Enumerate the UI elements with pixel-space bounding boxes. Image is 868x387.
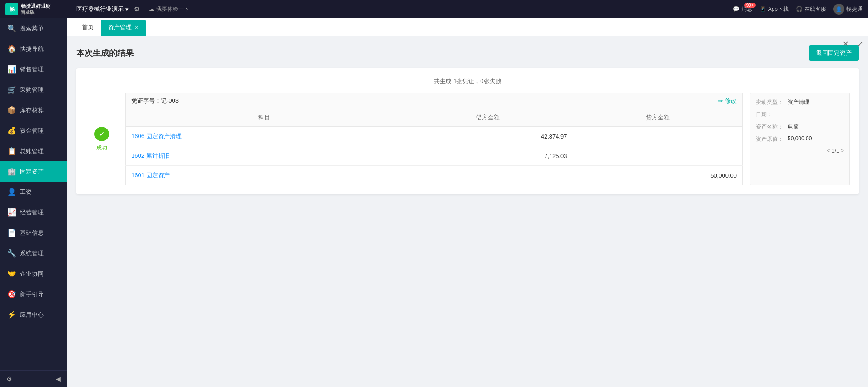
detail-panel: 变动类型： 资产清理 日期： 资产名称： 电脑 资产原值：: [750, 93, 850, 185]
main-layout: 🔍 搜索菜单 🏠 快捷导航 📊 销售管理 🛒 采购管理 📦 库存核算 💰 资金管…: [0, 18, 868, 387]
prev-page-button[interactable]: <: [827, 148, 830, 154]
messages-button[interactable]: 💬 消息 99+: [733, 5, 752, 13]
company-selector[interactable]: 医疗器械行业演示 ▾: [76, 5, 129, 13]
sidebar-collapse-icon[interactable]: ◀: [56, 375, 61, 382]
experience-button[interactable]: ☁ 我要体验一下: [149, 5, 189, 13]
sidebar-label-payroll: 工资: [20, 188, 32, 196]
user-info[interactable]: 👤 畅捷通: [833, 4, 863, 15]
change-type-label: 变动类型：: [756, 99, 788, 106]
search-icon: 🔍: [7, 24, 15, 33]
sidebar-item-finance[interactable]: 💰 资金管理: [0, 120, 67, 141]
avatar: 👤: [833, 4, 844, 15]
logo-title: 畅捷通好业财: [21, 3, 51, 9]
cloud-icon: ☁: [149, 6, 154, 12]
voucher-header: 凭证字号：记-003 ✏ 修改: [125, 93, 743, 109]
close-button[interactable]: ✕: [839, 37, 852, 50]
sidebar-label-sales: 销售管理: [20, 65, 44, 74]
sidebar-item-guide[interactable]: 🎯 新手引导: [0, 284, 67, 304]
sidebar-item-quick-nav[interactable]: 🏠 快捷导航: [0, 39, 67, 59]
success-text: 成功: [96, 144, 107, 152]
sidebar-item-collab[interactable]: 🤝 企业协同: [0, 263, 67, 284]
system-icon: 🔧: [7, 249, 15, 258]
sidebar-label-ops: 经营管理: [20, 208, 44, 217]
sidebar-label-finance: 资金管理: [20, 127, 44, 135]
sidebar-item-payroll[interactable]: 👤 工资: [0, 182, 67, 202]
company-name: 医疗器械行业演示: [76, 5, 124, 13]
voucher-section: ✓ 成功 凭证字号：记-003 ✏ 修改: [85, 93, 850, 185]
table-row: 1601 固定资产 50,000.00: [126, 166, 743, 185]
ledger-icon: 📋: [7, 147, 15, 155]
page-indicator: 1/1: [832, 148, 841, 154]
col-debit: 借方金额: [403, 109, 573, 127]
tab-home-label: 首页: [82, 23, 94, 31]
sidebar-label-inventory: 库存核算: [20, 106, 44, 114]
sidebar-label-system: 系统管理: [20, 249, 44, 258]
sidebar-label-guide: 新手引导: [20, 290, 44, 298]
basic-icon: 📄: [7, 228, 15, 237]
online-service-label: 在线客服: [804, 5, 826, 13]
apps-icon: ⚡: [7, 310, 15, 319]
voucher-table: 科目 借方金额 贷方金额 1606 固定资产清理 42,874.97: [125, 109, 743, 185]
logo-subtitle: 普及版: [21, 10, 51, 15]
app-download-button[interactable]: 📱 App下载: [759, 5, 789, 13]
sidebar-item-basic[interactable]: 📄 基础信息: [0, 223, 67, 243]
sidebar-item-inventory[interactable]: 📦 库存核算: [0, 100, 67, 120]
edit-button[interactable]: ✏ 修改: [718, 97, 737, 105]
messages-badge: 99+: [744, 3, 756, 8]
col-credit: 贷方金额: [573, 109, 742, 127]
tab-close-icon[interactable]: ✕: [134, 25, 139, 30]
sidebar-label-ledger: 总账管理: [20, 147, 44, 155]
sidebar-item-search[interactable]: 🔍 搜索菜单: [0, 18, 67, 39]
result-summary: 共生成 1张凭证，0张失败: [85, 77, 850, 85]
tab-home[interactable]: 首页: [74, 20, 101, 36]
sidebar-label-fixed-assets: 固定资产: [20, 168, 44, 176]
detail-asset-name: 资产名称： 电脑: [756, 123, 844, 131]
pagination: < 1/1 >: [756, 148, 844, 154]
detail-change-type: 变动类型： 资产清理: [756, 99, 844, 106]
table-row: 1602 累计折旧 7,125.03: [126, 146, 743, 166]
top-bar-center: 医疗器械行业演示 ▾ ⚙ ☁ 我要体验一下: [73, 5, 733, 13]
sidebar-item-fixed-assets[interactable]: 🏢 固定资产: [0, 161, 67, 182]
tab-bar: 首页 资产管理 ✕: [67, 18, 868, 36]
sidebar-settings-icon[interactable]: ⚙: [6, 375, 12, 382]
sidebar-item-system[interactable]: 🔧 系统管理: [0, 243, 67, 263]
page-title: 本次生成的结果: [76, 48, 134, 59]
tab-assets[interactable]: 资产管理 ✕: [101, 20, 146, 36]
asset-name-value: 电脑: [788, 123, 799, 131]
tab-assets-label: 资产管理: [108, 23, 132, 31]
sidebar-item-ledger[interactable]: 📋 总账管理: [0, 141, 67, 161]
sidebar-label-purchase: 采购管理: [20, 86, 44, 94]
user-name: 畅捷通: [846, 5, 863, 13]
service-icon: 🎧: [796, 6, 803, 12]
edit-icon: ✏: [718, 98, 723, 104]
sidebar-bottom: ⚙ ◀: [0, 370, 67, 387]
voucher-number: 凭证字号：记-003: [131, 97, 179, 105]
next-page-button[interactable]: >: [841, 148, 844, 154]
row1-debit: 42,874.97: [403, 127, 573, 146]
detail-date: 日期：: [756, 111, 844, 119]
experience-label: 我要体验一下: [156, 5, 189, 13]
row1-subject: 1606 固定资产清理: [126, 127, 403, 146]
close-icon: ✕: [843, 40, 848, 48]
col-subject: 科目: [126, 109, 403, 127]
voucher-main: 凭证字号：记-003 ✏ 修改 科目 借方金额 贷方: [125, 93, 743, 185]
home-icon: 🏠: [7, 45, 15, 53]
sidebar-item-ops[interactable]: 📈 经营管理: [0, 202, 67, 223]
row2-subject: 1602 累计折旧: [126, 146, 403, 166]
page-content: 本次生成的结果 返回固定资产 共生成 1张凭证，0张失败 ✓ 成功 凭证字号：记…: [67, 36, 868, 387]
online-service-button[interactable]: 🎧 在线客服: [796, 5, 826, 13]
expand-button[interactable]: ⤢: [853, 37, 866, 50]
settings-icon[interactable]: ⚙: [134, 5, 140, 13]
download-icon: 📱: [759, 6, 766, 12]
sidebar-item-purchase[interactable]: 🛒 采购管理: [0, 79, 67, 100]
row3-credit: 50,000.00: [573, 166, 742, 185]
fixed-assets-icon: 🏢: [7, 167, 15, 176]
asset-value-label: 资产原值：: [756, 135, 788, 143]
top-bar-right: 💬 消息 99+ 📱 App下载 🎧 在线客服 👤 畅捷通: [733, 4, 863, 15]
content-area: 首页 资产管理 ✕ ✕ ⤢ 本次生成的结果 返回固定资产 共生成 1张凭证，0张…: [67, 18, 868, 387]
sidebar-item-sales[interactable]: 📊 销售管理: [0, 59, 67, 79]
top-bar: 畅 畅捷通好业财 普及版 医疗器械行业演示 ▾ ⚙ ☁ 我要体验一下 💬 消息 …: [0, 0, 868, 18]
sidebar-item-apps[interactable]: ⚡ 应用中心: [0, 304, 67, 325]
result-card: 共生成 1张凭证，0张失败 ✓ 成功 凭证字号：记-003 ✏ 修改: [76, 68, 859, 194]
change-type-value: 资产清理: [788, 99, 809, 106]
